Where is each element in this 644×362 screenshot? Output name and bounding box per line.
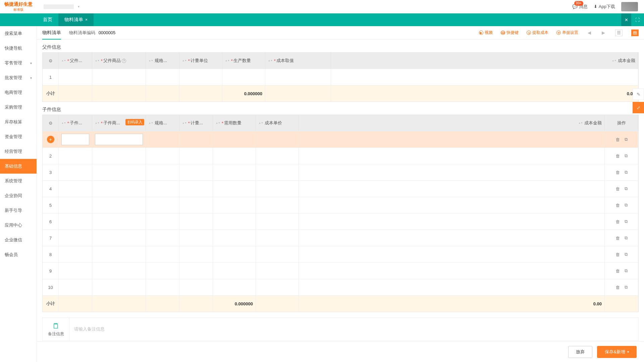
delete-row-icon[interactable]: 🗑 xyxy=(615,268,620,274)
view-list-button[interactable]: ☰ xyxy=(615,29,623,36)
copy-row-icon[interactable]: ⧉ xyxy=(625,137,628,142)
sidebar-item-3[interactable]: 批发管理▾ xyxy=(0,70,37,85)
delete-row-icon[interactable]: 🗑 xyxy=(615,252,620,257)
sidebar-item-10[interactable]: 系统管理 xyxy=(0,174,37,188)
fullscreen-icon[interactable]: ⛶ xyxy=(633,13,642,26)
chevron-down-icon: ▾ xyxy=(78,5,79,8)
child-row[interactable]: 5🗑⧉ xyxy=(43,197,638,213)
chevron-down-icon: ▾ xyxy=(30,61,32,65)
child-row[interactable]: 10🗑⧉ xyxy=(43,279,638,295)
child-amt-subtotal: 0.00 xyxy=(299,296,605,312)
child-row[interactable]: 3🗑⧉ xyxy=(43,164,638,180)
badge-count: 99+ xyxy=(574,1,583,6)
avatar[interactable] xyxy=(621,2,638,11)
delete-row-icon[interactable]: 🗑 xyxy=(615,285,620,290)
delete-row-icon[interactable]: 🗑 xyxy=(615,203,620,208)
delete-row-icon[interactable]: 🗑 xyxy=(615,137,620,142)
delete-row-icon[interactable]: 🗑 xyxy=(615,154,620,159)
sidebar-item-13[interactable]: 应用中心 xyxy=(0,218,37,233)
copy-row-icon[interactable]: ⧉ xyxy=(625,285,628,290)
child-row[interactable]: +🗑⧉ xyxy=(43,131,638,147)
remark-input[interactable]: 请输入备注信息 xyxy=(69,326,638,332)
child-row[interactable]: 4🗑⧉ xyxy=(43,180,638,197)
sidebar-item-2[interactable]: 零售管理▾ xyxy=(0,56,37,70)
expand-rail-button[interactable]: ⤢ xyxy=(633,102,644,113)
help-icon[interactable]: ? xyxy=(122,59,126,63)
parent-section-title: 父件信息 xyxy=(42,44,639,50)
copy-row-icon[interactable]: ⧉ xyxy=(625,186,628,191)
download-icon: ⬇ xyxy=(594,4,597,9)
child-row[interactable]: 8🗑⧉ xyxy=(43,246,638,262)
close-icon[interactable]: × xyxy=(85,17,88,22)
copy-row-icon[interactable]: ⧉ xyxy=(625,268,628,274)
sidebar-item-7[interactable]: 资金管理 xyxy=(0,129,37,144)
tab-bom[interactable]: 物料清单 × xyxy=(58,13,94,26)
tab-home[interactable]: 首页 xyxy=(37,13,58,26)
child-code-input[interactable] xyxy=(61,134,89,145)
doc-setting-link[interactable]: ✲单据设置 xyxy=(556,30,578,36)
prev-doc-button[interactable]: ◀ xyxy=(586,30,592,35)
view-form-button[interactable]: ▤ xyxy=(631,29,639,36)
add-row-button[interactable]: + xyxy=(47,136,54,143)
sidebar-item-6[interactable]: 库存核算 xyxy=(0,115,37,129)
child-row[interactable]: 9🗑⧉ xyxy=(43,262,638,279)
edit-rail-button[interactable]: ✎ xyxy=(633,88,644,100)
tabstrip-close-button[interactable]: ✕ xyxy=(621,13,631,26)
extract-cost-link[interactable]: ⇲提取成本 xyxy=(527,30,548,36)
gear-icon: ✲ xyxy=(556,31,561,35)
sidebar-item-14[interactable]: 企业微信 xyxy=(0,233,37,247)
child-section-title: 子件信息 xyxy=(42,107,639,113)
code-label: 物料清单编码 0000005 xyxy=(69,30,115,36)
brand-logo: 畅捷通好生意 标准版 xyxy=(0,0,37,13)
child-subtotal-row: 小计 0.000000 0.00 xyxy=(43,295,638,312)
sidebar-item-4[interactable]: 电商管理 xyxy=(0,85,37,100)
brand-edition: 标准版 xyxy=(13,7,23,12)
delete-row-icon[interactable]: 🗑 xyxy=(615,219,620,224)
child-qty-subtotal: 0.000000 xyxy=(213,296,256,312)
delete-row-icon[interactable]: 🗑 xyxy=(615,170,620,175)
copy-row-icon[interactable]: ⧉ xyxy=(625,235,628,241)
next-doc-button[interactable]: ▶ xyxy=(600,30,606,35)
gear-icon[interactable]: ⚙ xyxy=(43,53,59,69)
page-title: 物料清单 xyxy=(42,26,61,40)
video-link[interactable]: ▶视频 xyxy=(479,30,493,36)
messages-button[interactable]: 💬 消息 99+ xyxy=(572,4,588,10)
sidebar-item-9[interactable]: 基础信息 xyxy=(0,159,37,174)
delete-row-icon[interactable]: 🗑 xyxy=(615,186,620,191)
extract-icon: ⇲ xyxy=(527,31,531,35)
copy-row-icon[interactable]: ⧉ xyxy=(625,252,628,257)
parent-subtotal-row: 小计 0.000000 0.00 xyxy=(43,85,638,102)
child-row[interactable]: 2🗑⧉ xyxy=(43,147,638,164)
scan-entry-button[interactable]: 扫码录入 xyxy=(125,119,144,125)
copy-row-icon[interactable]: ⧉ xyxy=(625,170,628,175)
copy-row-icon[interactable]: ⧉ xyxy=(625,202,628,208)
sidebar-item-5[interactable]: 采购管理 xyxy=(0,100,37,115)
chevron-down-icon: ▾ xyxy=(627,350,629,354)
sidebar-item-12[interactable]: 新手引导 xyxy=(0,203,37,218)
parent-qty-subtotal: 0.000000 xyxy=(222,85,265,102)
parent-row[interactable]: 1 xyxy=(43,69,638,85)
child-row[interactable]: 7🗑⧉ xyxy=(43,230,638,246)
child-row[interactable]: 6🗑⧉ xyxy=(43,213,638,230)
sidebar-item-11[interactable]: 企业协同 xyxy=(0,188,37,203)
note-icon: 🗒 xyxy=(52,322,60,330)
child-table: ⚙ ▲▼*子件... ▲▼*子件商...扫码录入 ▲▼规格... ▲▼*计量..… xyxy=(42,115,639,312)
brand-name: 畅捷通好生意 xyxy=(4,1,33,7)
save-and-new-button[interactable]: 保存&新增▾ xyxy=(597,346,637,358)
app-download-button[interactable]: ⬇ App下载 xyxy=(594,4,615,10)
play-icon: ▶ xyxy=(479,31,483,35)
chevron-down-icon: ▾ xyxy=(30,76,32,80)
child-product-input[interactable] xyxy=(95,134,143,145)
sidebar-item-8[interactable]: 经营管理 xyxy=(0,144,37,159)
discard-button[interactable]: 放弃 xyxy=(568,346,592,358)
tenant-dropdown[interactable]: ▾ xyxy=(44,4,79,9)
copy-row-icon[interactable]: ⧉ xyxy=(625,219,628,224)
hotkey-link[interactable]: ⌨快捷键 xyxy=(501,30,519,36)
sidebar-item-0[interactable]: 搜索菜单 xyxy=(0,26,37,41)
delete-row-icon[interactable]: 🗑 xyxy=(615,236,620,241)
sidebar-item-15[interactable]: 畅会员 xyxy=(0,247,37,262)
gear-icon[interactable]: ⚙ xyxy=(43,115,59,131)
remark-panel: 🗒 备注信息 请输入备注信息 xyxy=(42,317,639,341)
sidebar-item-1[interactable]: 快捷导航 xyxy=(0,41,37,56)
copy-row-icon[interactable]: ⧉ xyxy=(625,153,628,159)
